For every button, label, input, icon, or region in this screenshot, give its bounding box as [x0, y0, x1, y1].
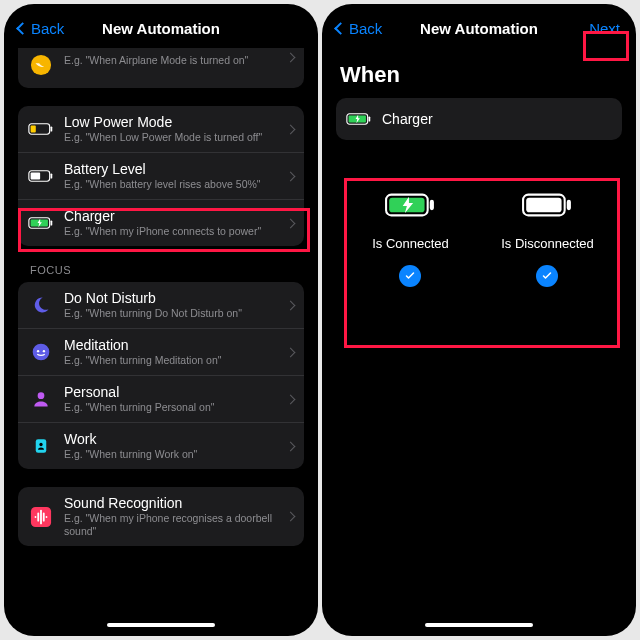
chevron-right-icon — [286, 347, 296, 357]
row-sub: E.g. "When Low Power Mode is turned off" — [64, 131, 281, 144]
screen-right: Back New Automation Next When Charger — [326, 8, 632, 632]
row-sub: E.g. "When Airplane Mode is turned on" — [64, 54, 281, 67]
row-title: Meditation — [64, 337, 281, 354]
option-disconnected[interactable]: Is Disconnected — [482, 188, 614, 287]
charger-icon — [28, 210, 54, 236]
chevron-right-icon — [286, 53, 296, 63]
svg-rect-24 — [567, 200, 571, 210]
row-sub: E.g. "When turning Work on" — [64, 448, 281, 461]
chevron-right-icon — [286, 300, 296, 310]
svg-rect-18 — [369, 116, 371, 121]
row-text: E.g. "When Airplane Mode is turned on" — [64, 54, 281, 67]
battery-charging-icon — [384, 188, 436, 222]
person-icon — [28, 386, 54, 412]
content-left: E.g. "When Airplane Mode is turned on" L… — [8, 48, 314, 546]
svg-rect-6 — [31, 173, 41, 180]
next-button[interactable]: Next — [589, 20, 620, 37]
group-focus: Do Not DisturbE.g. "When turning Do Not … — [18, 282, 304, 469]
group-sound: Sound RecognitionE.g. "When my iPhone re… — [18, 487, 304, 546]
group-battery: Low Power ModeE.g. "When Low Power Mode … — [18, 106, 304, 246]
row-sub: E.g. "When battery level rises above 50%… — [64, 178, 281, 191]
when-heading: When — [326, 48, 632, 98]
row-sound-rec[interactable]: Sound RecognitionE.g. "When my iPhone re… — [18, 487, 304, 546]
home-indicator — [425, 623, 533, 627]
option-row: Is Connected Is Disconnected — [336, 158, 622, 297]
row-battery-level[interactable]: Battery LevelE.g. "When battery level ri… — [18, 152, 304, 199]
chevron-left-icon — [16, 22, 29, 35]
back-button[interactable]: Back — [18, 20, 64, 37]
option-label: Is Disconnected — [501, 236, 594, 251]
check-icon — [536, 265, 558, 287]
charger-icon — [346, 106, 372, 132]
row-charger[interactable]: ChargerE.g. "When my iPhone connects to … — [18, 199, 304, 246]
battery-level-icon — [28, 163, 54, 189]
row-sub: E.g. "When turning Meditation on" — [64, 354, 281, 367]
svg-point-12 — [43, 350, 45, 352]
chevron-right-icon — [286, 441, 296, 451]
trigger-title: Charger — [382, 111, 612, 128]
meditation-icon — [28, 339, 54, 365]
nav-title: New Automation — [102, 20, 220, 37]
svg-rect-3 — [31, 126, 36, 133]
back-button[interactable]: Back — [336, 20, 382, 37]
home-indicator — [107, 623, 215, 627]
row-title: Sound Recognition — [64, 495, 281, 512]
svg-point-15 — [39, 443, 42, 446]
row-personal[interactable]: PersonalE.g. "When turning Personal on" — [18, 375, 304, 422]
back-label: Back — [349, 20, 382, 37]
group-trigger: Charger — [336, 98, 622, 140]
chevron-left-icon — [334, 22, 347, 35]
svg-point-10 — [33, 344, 50, 361]
svg-point-13 — [38, 392, 45, 399]
phone-right: Back New Automation Next When Charger — [322, 4, 636, 636]
row-work[interactable]: WorkE.g. "When turning Work on" — [18, 422, 304, 469]
check-icon — [399, 265, 421, 287]
nav-bar: Back New Automation Next — [326, 8, 632, 48]
row-title: Battery Level — [64, 161, 281, 178]
row-dnd[interactable]: Do Not DisturbE.g. "When turning Do Not … — [18, 282, 304, 328]
row-sub: E.g. "When my iPhone recognises a doorbe… — [64, 512, 281, 538]
svg-rect-21 — [430, 200, 434, 210]
row-sub: E.g. "When turning Do Not Disturb on" — [64, 307, 281, 320]
svg-rect-5 — [51, 173, 53, 178]
row-airplane-partial[interactable]: E.g. "When Airplane Mode is turned on" — [18, 48, 304, 88]
row-meditation[interactable]: MeditationE.g. "When turning Meditation … — [18, 328, 304, 375]
moon-icon — [28, 292, 54, 318]
svg-rect-2 — [51, 126, 53, 131]
svg-point-0 — [31, 55, 51, 75]
row-title: Low Power Mode — [64, 114, 281, 131]
chevron-right-icon — [286, 394, 296, 404]
airplane-icon — [28, 52, 54, 78]
work-icon — [28, 433, 54, 459]
option-label: Is Connected — [372, 236, 449, 251]
chevron-right-icon — [286, 171, 296, 181]
svg-point-11 — [37, 350, 39, 352]
screen-left: Back New Automation E.g. "When Airplane … — [8, 8, 314, 632]
content-right: Charger Is Connected Is Disconnected — [326, 98, 632, 297]
row-low-power[interactable]: Low Power ModeE.g. "When Low Power Mode … — [18, 106, 304, 152]
svg-rect-8 — [51, 220, 53, 225]
chevron-right-icon — [286, 124, 296, 134]
option-connected[interactable]: Is Connected — [345, 188, 477, 287]
low-power-icon — [28, 116, 54, 142]
row-sub: E.g. "When my iPhone connects to power" — [64, 225, 281, 238]
phone-left: Back New Automation E.g. "When Airplane … — [4, 4, 318, 636]
row-title: Charger — [64, 208, 281, 225]
chevron-right-icon — [286, 218, 296, 228]
battery-full-icon — [521, 188, 573, 222]
row-title: Do Not Disturb — [64, 290, 281, 307]
sound-rec-icon — [28, 504, 54, 530]
row-trigger[interactable]: Charger — [336, 98, 622, 140]
row-title: Work — [64, 431, 281, 448]
svg-rect-25 — [527, 198, 562, 213]
row-title: Personal — [64, 384, 281, 401]
back-label: Back — [31, 20, 64, 37]
chevron-right-icon — [286, 512, 296, 522]
nav-bar: Back New Automation — [8, 8, 314, 48]
row-sub: E.g. "When turning Personal on" — [64, 401, 281, 414]
nav-title: New Automation — [420, 20, 538, 37]
section-label-focus: FOCUS — [18, 264, 304, 282]
